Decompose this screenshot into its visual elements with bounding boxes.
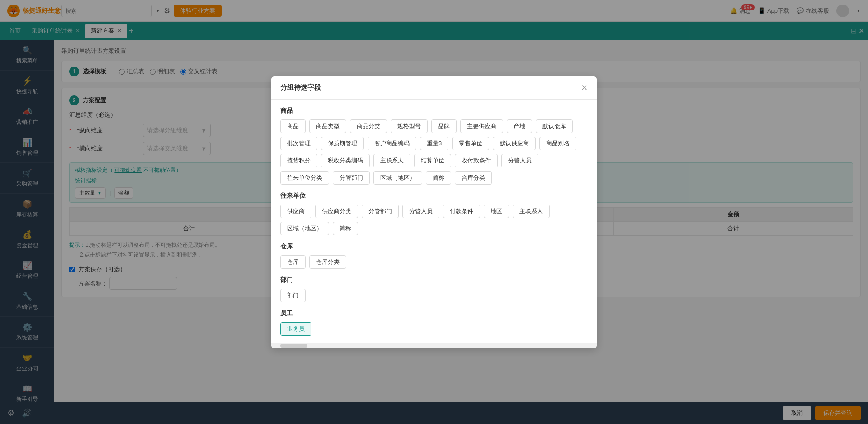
field-chip[interactable]: 付款条件 — [443, 205, 480, 218]
modal-close-button[interactable]: ✕ — [581, 83, 588, 93]
field-chip[interactable]: 默认供应商 — [493, 137, 536, 150]
field-chip[interactable]: 拣货积分 — [280, 154, 317, 167]
field-chip[interactable]: 仓库分类 — [309, 255, 346, 269]
field-chip[interactable]: 商品类型 — [309, 119, 346, 133]
field-chips-往来单位: 供应商供应商分类分管部门分管人员付款条件地区主联系人区域（地区）简称 — [280, 205, 588, 235]
field-chip[interactable]: 往来单位分类 — [280, 171, 329, 185]
field-chip[interactable]: 地区 — [484, 205, 509, 218]
field-chips-部门: 部门 — [280, 289, 588, 302]
field-chip[interactable]: 仓库 — [280, 255, 306, 269]
field-chip[interactable]: 主要供应商 — [460, 119, 503, 133]
field-chip[interactable]: 税收分类编码 — [321, 154, 370, 167]
field-section-title: 部门 — [280, 276, 588, 284]
field-chip[interactable]: 结算单位 — [414, 154, 451, 167]
field-chip[interactable]: 分管人员 — [402, 205, 439, 218]
modal-dialog: 分组待选字段 ✕ 商品商品商品类型商品分类规格型号品牌主要供应商产地默认仓库批次… — [271, 76, 597, 348]
field-chips-仓库: 仓库仓库分类 — [280, 255, 588, 269]
field-section-title: 仓库 — [280, 243, 588, 251]
field-chip[interactable]: 分管部门 — [362, 205, 399, 218]
field-chip[interactable]: 分管部门 — [333, 171, 370, 185]
modal-overlay: 分组待选字段 ✕ 商品商品商品类型商品分类规格型号品牌主要供应商产地默认仓库批次… — [0, 0, 868, 424]
field-chip[interactable]: 品牌 — [431, 119, 457, 133]
field-chip[interactable]: 默认仓库 — [536, 119, 573, 133]
field-chip[interactable]: 区域（地区） — [373, 171, 422, 185]
field-section-仓库: 仓库仓库仓库分类 — [280, 243, 588, 269]
field-section-部门: 部门部门 — [280, 276, 588, 302]
field-chip[interactable]: 简称 — [426, 171, 451, 185]
field-chip[interactable]: 部门 — [280, 289, 306, 302]
field-chip[interactable]: 收付款条件 — [455, 154, 498, 167]
field-chip[interactable]: 分管人员 — [501, 154, 538, 167]
field-section-title: 往来单位 — [280, 192, 588, 200]
field-chip[interactable]: 商品别名 — [539, 137, 576, 150]
field-chip[interactable]: 规格型号 — [391, 119, 428, 133]
field-chip[interactable]: 零售单位 — [452, 137, 489, 150]
horizontal-scrollbar-thumb — [280, 344, 307, 348]
field-chip[interactable]: 重量3 — [420, 137, 448, 150]
field-chip[interactable]: 产地 — [507, 119, 532, 133]
modal-horizontal-scrollbar[interactable] — [271, 343, 597, 348]
field-chip[interactable]: 主联系人 — [373, 154, 410, 167]
modal-title: 分组待选字段 — [280, 83, 321, 92]
field-chip[interactable]: 业务员 — [280, 322, 311, 336]
field-chip[interactable]: 保质期管理 — [321, 137, 364, 150]
field-section-商品: 商品商品商品类型商品分类规格型号品牌主要供应商产地默认仓库批次管理保质期管理客户… — [280, 107, 588, 185]
field-chip[interactable]: 批次管理 — [280, 137, 317, 150]
modal-body[interactable]: 商品商品商品类型商品分类规格型号品牌主要供应商产地默认仓库批次管理保质期管理客户… — [271, 100, 597, 343]
field-section-员工: 员工业务员 — [280, 310, 588, 336]
field-section-title: 员工 — [280, 310, 588, 318]
field-chip[interactable]: 区域（地区） — [280, 222, 329, 235]
field-chip[interactable]: 供应商分类 — [315, 205, 358, 218]
field-chips-商品: 商品商品类型商品分类规格型号品牌主要供应商产地默认仓库批次管理保质期管理客户商品… — [280, 119, 588, 185]
field-chip[interactable]: 客户商品编码 — [368, 137, 416, 150]
field-chip[interactable]: 合库分类 — [455, 171, 492, 185]
field-chip[interactable]: 主联系人 — [513, 205, 550, 218]
field-chip[interactable]: 商品 — [280, 119, 306, 133]
field-chip[interactable]: 供应商 — [280, 205, 311, 218]
field-section-title: 商品 — [280, 107, 588, 115]
field-section-往来单位: 往来单位供应商供应商分类分管部门分管人员付款条件地区主联系人区域（地区）简称 — [280, 192, 588, 235]
field-chip[interactable]: 商品分类 — [350, 119, 387, 133]
field-chips-员工: 业务员 — [280, 322, 588, 336]
field-chip[interactable]: 简称 — [333, 222, 358, 235]
modal-header: 分组待选字段 ✕ — [271, 76, 597, 100]
